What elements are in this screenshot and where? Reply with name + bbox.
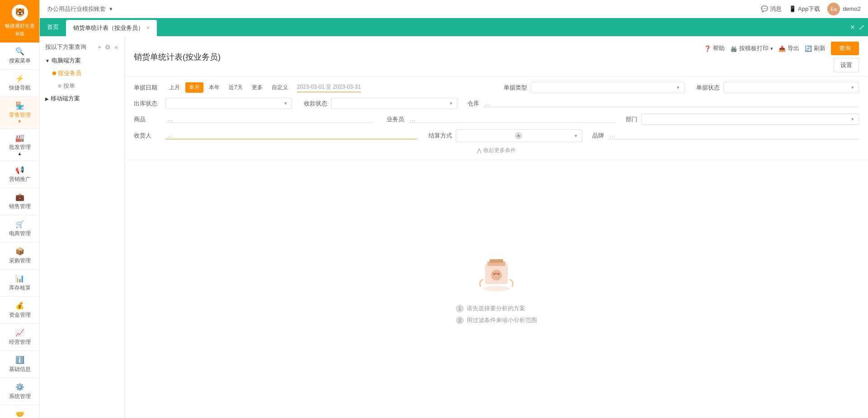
- operation-icon: 📈: [15, 328, 24, 337]
- message-btn[interactable]: 💬 消息: [761, 5, 782, 13]
- doc-status-select[interactable]: ▾: [723, 82, 859, 93]
- tree-item-by-order[interactable]: 按单: [40, 80, 124, 92]
- page-header: 销货单统计表(按业务员) ❓ 帮助 🖨️ 按模板打印 ▾ �: [125, 36, 868, 76]
- sidebar-item-basic[interactable]: ℹ️ 基础信息: [0, 351, 39, 378]
- user-area[interactable]: Ea demo2: [827, 3, 861, 15]
- salesman-dots[interactable]: …: [408, 116, 417, 123]
- sidebar-item-ecommerce[interactable]: 🛒 电商管理: [0, 215, 39, 242]
- out-status-select[interactable]: ▾: [165, 98, 292, 109]
- main-area: 办公用品行业模拟账套 ▾ 💬 消息 📱 App下载 Ea demo2 首页: [40, 0, 868, 418]
- filter-row-3: 商品 … 业务员 … 部门 ▾: [134, 114, 859, 125]
- expand-icon[interactable]: ⤢: [859, 23, 864, 32]
- collapse-label: 收起更多条件: [483, 147, 516, 154]
- out-status-label: 出库状态: [134, 100, 165, 108]
- sidebar-item-marketing-label: 营销推广: [9, 176, 31, 183]
- dept-label: 部门: [623, 115, 641, 124]
- dept-select[interactable]: ▾: [641, 114, 859, 125]
- add-scheme-btn[interactable]: +: [97, 43, 102, 52]
- tree-item-by-salesman[interactable]: 按业务员: [40, 67, 124, 80]
- date-tab-this-month[interactable]: 本月: [185, 82, 203, 93]
- basic-icon: ℹ️: [15, 356, 24, 364]
- svg-point-5: [493, 273, 495, 275]
- active-dot: [52, 71, 56, 75]
- topbar-left: 办公用品行业模拟账套 ▾: [47, 5, 113, 13]
- salesman-label: 业务员: [381, 115, 408, 124]
- tree-group-mobile[interactable]: ▶ 移动端方案: [40, 92, 124, 105]
- sidebar-item-enterprise[interactable]: 🤝 企业协同: [0, 405, 39, 418]
- recipient-dots[interactable]: …: [165, 132, 175, 139]
- refresh-icon: 🔄: [805, 45, 812, 52]
- sidebar-item-system-label: 系统管理: [9, 393, 31, 400]
- collapse-panel-btn[interactable]: «: [113, 43, 119, 52]
- warehouse-dots[interactable]: …: [483, 100, 492, 107]
- help-btn[interactable]: ❓ 帮助: [704, 44, 725, 52]
- user-name: demo2: [843, 5, 861, 12]
- date-tab-more[interactable]: 更多: [248, 82, 266, 93]
- purchase-icon: 📦: [15, 247, 24, 256]
- export-label: 导出: [788, 44, 799, 52]
- logo-text: 畅捷通好生意: [5, 23, 35, 29]
- sidebar-item-sales[interactable]: 💼 销售管理: [0, 188, 39, 215]
- brand-dots[interactable]: …: [608, 132, 617, 139]
- print-icon: 🖨️: [730, 45, 737, 52]
- tab-sales-stats[interactable]: 销货单统计表（按业务员） ×: [66, 20, 157, 36]
- tip-2-text: 用过滤条件来缩小分析范围: [467, 316, 537, 324]
- sidebar-item-ecommerce-label: 电商管理: [9, 230, 31, 238]
- settings-scheme-btn[interactable]: ⚙: [104, 43, 112, 52]
- receipt-status-select[interactable]: ▾: [331, 98, 458, 109]
- filter-row-2: 出库状态 ▾ 收款状态 ▾ 仓库 …: [134, 98, 859, 109]
- filter-row-4: 收货人 … 结算方式 × ▾ 品牌 …: [134, 129, 859, 142]
- sidebar-item-shortcut[interactable]: ⚡ 快捷导航: [0, 70, 39, 97]
- enterprise-icon: 🤝: [15, 410, 24, 418]
- content: 按以下方案查询 + ⚙ « ▼ 电脑端方案 按业务员 按单 ▶: [40, 36, 868, 418]
- date-tab-this-year[interactable]: 本年: [205, 82, 223, 93]
- sidebar-item-finance[interactable]: 💰 资金管理: [0, 297, 39, 324]
- topbar-dropdown-icon[interactable]: ▾: [109, 5, 113, 12]
- receipt-status-label: 收款状态: [299, 100, 331, 108]
- sidebar-item-system[interactable]: ⚙️ 系统管理: [0, 378, 39, 405]
- topbar-right: 💬 消息 📱 App下载 Ea demo2: [761, 3, 861, 15]
- tree-arrow-pc: ▼: [45, 58, 50, 63]
- tree-group-mobile-label: 移动端方案: [51, 95, 80, 103]
- query-button[interactable]: 查询: [831, 42, 859, 55]
- svg-point-6: [498, 273, 500, 275]
- settings-button[interactable]: 设置: [834, 58, 859, 72]
- collapse-filters-btn[interactable]: ⋀ 收起更多条件: [134, 147, 859, 154]
- app-download-btn[interactable]: 📱 App下载: [789, 5, 820, 13]
- tree-group-pc[interactable]: ▼ 电脑端方案: [40, 54, 124, 67]
- date-tab-custom[interactable]: 自定义: [268, 82, 292, 93]
- sidebar-item-marketing[interactable]: 📢 营销推广: [0, 161, 39, 188]
- sidebar-item-shortcut-label: 快捷导航: [9, 84, 31, 92]
- avatar: Ea: [827, 3, 840, 15]
- app-name: 办公用品行业模拟账套: [47, 5, 106, 13]
- settlement-select[interactable]: × ▾: [456, 129, 582, 142]
- help-label: 帮助: [713, 44, 725, 52]
- tab-close-icon[interactable]: ×: [146, 25, 150, 31]
- date-filter-label: 单据日期: [134, 84, 165, 92]
- chevron-down-icon: ▼: [18, 119, 22, 124]
- panel-actions: + ⚙ «: [97, 43, 119, 52]
- print-btn[interactable]: 🖨️ 按模板打印 ▾: [730, 44, 773, 52]
- sales-icon: 💼: [15, 193, 24, 201]
- print-dropdown-icon[interactable]: ▾: [770, 46, 773, 52]
- date-tab-7days[interactable]: 近7天: [225, 82, 246, 93]
- sidebar: 🐯 畅捷通好生意 标版 🔍 搜索菜单 ⚡ 快捷导航 🏪 零售管理 ▼ 🏭 批发管…: [0, 0, 40, 418]
- close-window-icon[interactable]: ×: [850, 23, 855, 32]
- export-btn[interactable]: 📤 导出: [778, 44, 799, 52]
- sidebar-item-purchase[interactable]: 📦 采购管理: [0, 242, 39, 270]
- sidebar-item-inventory[interactable]: 📊 库存核算: [0, 270, 39, 297]
- doc-type-select[interactable]: ▾: [531, 82, 684, 93]
- sidebar-item-operation[interactable]: 📈 经营管理: [0, 324, 39, 351]
- sidebar-item-wholesale[interactable]: 🏭 批发管理 ▲: [0, 129, 39, 161]
- settlement-clear-btn[interactable]: ×: [515, 132, 522, 139]
- search-icon: 🔍: [15, 47, 24, 56]
- sidebar-item-search[interactable]: 🔍 搜索菜单: [0, 43, 39, 70]
- ecommerce-icon: 🛒: [15, 220, 24, 228]
- date-tab-last-month[interactable]: 上月: [165, 82, 184, 93]
- svg-point-4: [491, 270, 502, 280]
- tab-home[interactable]: 首页: [40, 18, 66, 36]
- shortcut-icon: ⚡: [15, 74, 24, 83]
- sidebar-item-retail[interactable]: 🏪 零售管理 ▼: [0, 97, 39, 129]
- goods-dots[interactable]: …: [165, 116, 175, 123]
- refresh-btn[interactable]: 🔄 刷新: [805, 44, 826, 52]
